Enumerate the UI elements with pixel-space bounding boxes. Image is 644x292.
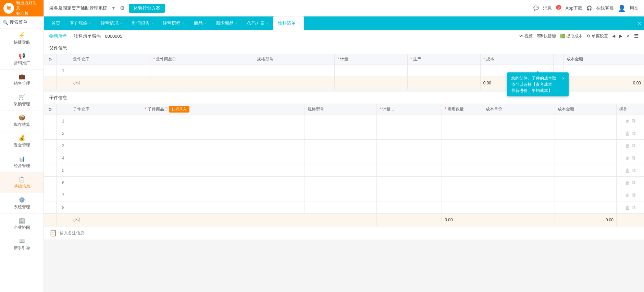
tooltip-close-btn[interactable]: ×: [562, 75, 565, 82]
tab-profit-report[interactable]: 利润报告 ×: [127, 16, 158, 30]
tab-barcode[interactable]: 条码方案 ×: [242, 16, 273, 30]
user-label[interactable]: 用友: [630, 5, 639, 11]
sidebar-item-guide[interactable]: 📖 新手引导: [0, 234, 44, 255]
sidebar-search[interactable]: 🔍 搜索菜单: [0, 16, 44, 28]
footer-text[interactable]: 输入备注信息: [60, 230, 84, 236]
message-label[interactable]: 消息: [543, 5, 552, 11]
child-row7-qty[interactable]: [376, 189, 442, 201]
child-row6-needed[interactable]: [442, 177, 483, 189]
tab-new-products[interactable]: 新增商品 ×: [211, 16, 242, 30]
child-row4-qty[interactable]: [376, 152, 442, 164]
tab-operation-status[interactable]: 经营情况 ×: [96, 16, 127, 30]
tab-customer-close[interactable]: ×: [89, 21, 91, 25]
child-row3-copy-icon[interactable]: ⧉: [632, 143, 635, 149]
child-row2-warehouse[interactable]: [70, 127, 142, 140]
child-gear-icon[interactable]: ⚙: [48, 107, 52, 112]
tab-new-products-close[interactable]: ×: [235, 21, 237, 25]
child-row1-product[interactable]: [142, 115, 305, 127]
child-row6-qty[interactable]: [376, 177, 442, 189]
child-row2-delete-icon[interactable]: 🗑: [625, 131, 630, 136]
dropdown-arrow[interactable]: ▼: [111, 5, 116, 11]
child-row4-product[interactable]: [142, 152, 305, 164]
tab-products[interactable]: 商品 ×: [189, 16, 211, 30]
tab-barcode-close[interactable]: ×: [266, 21, 268, 25]
child-row6-warehouse[interactable]: [70, 177, 142, 189]
child-row6-delete-icon[interactable]: 🗑: [625, 180, 630, 186]
child-row5-spec[interactable]: [305, 164, 377, 177]
single-settings-action[interactable]: ⚙ 单据设置: [587, 33, 608, 39]
sidebar-item-quick-nav[interactable]: ⚡ 快捷导航: [0, 28, 44, 49]
child-row3-needed[interactable]: [442, 140, 483, 152]
grid-icon[interactable]: ☰: [634, 33, 639, 39]
nav-close-btn[interactable]: ✕: [637, 21, 641, 26]
tab-bom-list[interactable]: 物料清单 ×: [273, 16, 304, 30]
tab-products-close[interactable]: ×: [204, 21, 206, 25]
sidebar-item-enterprise[interactable]: 🏢 企业协同: [0, 214, 44, 234]
tab-operation-history[interactable]: 经营历程 ×: [158, 16, 189, 30]
nav-next-btn[interactable]: ▶: [619, 34, 622, 38]
child-row8-spec[interactable]: [305, 201, 377, 214]
child-row8-qty[interactable]: [376, 201, 442, 214]
child-row7-copy-icon[interactable]: ⧉: [632, 192, 635, 198]
child-row5-cost-price[interactable]: [483, 164, 555, 177]
sidebar-item-purchase[interactable]: 🛒 采购管理: [0, 90, 44, 111]
nav-close-icon[interactable]: ✕: [627, 34, 630, 38]
child-row7-warehouse[interactable]: [70, 189, 142, 201]
tab-operation-status-close[interactable]: ×: [120, 21, 122, 25]
child-row2-cost-price[interactable]: [483, 127, 555, 140]
child-row6-cost-price[interactable]: [483, 177, 555, 189]
child-row1-cost-price[interactable]: [483, 115, 555, 127]
child-row1-delete-icon[interactable]: 🗑: [625, 118, 630, 124]
sidebar-item-basic-info[interactable]: 📋 基础信息: [0, 173, 44, 193]
scan-input-btn[interactable]: 扫码录入: [169, 106, 189, 113]
online-service[interactable]: 在线客服: [596, 5, 614, 11]
breadcrumb-bom[interactable]: 物料清单: [49, 33, 67, 39]
child-row8-delete-icon[interactable]: 🗑: [625, 205, 630, 210]
sidebar-item-marketing[interactable]: 📢 营销推广: [0, 49, 44, 70]
child-row5-qty[interactable]: [376, 164, 442, 177]
sidebar-item-operation[interactable]: 📊 经营管理: [0, 152, 44, 173]
child-row6-spec[interactable]: [305, 177, 377, 189]
child-row3-spec[interactable]: [305, 140, 377, 152]
child-row5-needed[interactable]: [442, 164, 483, 177]
child-row8-product[interactable]: [142, 201, 305, 214]
child-row7-spec[interactable]: [305, 189, 377, 201]
child-row2-copy-icon[interactable]: ⧉: [632, 130, 635, 136]
tab-operation-history-close[interactable]: ×: [182, 21, 184, 25]
child-row8-warehouse[interactable]: [70, 201, 142, 214]
child-row8-copy-icon[interactable]: ⧉: [632, 205, 635, 210]
child-row8-cost-price[interactable]: [483, 201, 555, 214]
child-row4-copy-icon[interactable]: ⧉: [632, 155, 635, 161]
settings-icon[interactable]: ⚙: [120, 5, 125, 11]
child-row3-product[interactable]: [142, 140, 305, 152]
child-row4-needed[interactable]: [442, 152, 483, 164]
sidebar-item-finance[interactable]: 💰 资金管理: [0, 131, 44, 152]
child-row7-delete-icon[interactable]: 🗑: [625, 192, 630, 198]
child-row2-spec[interactable]: [305, 127, 377, 140]
child-row1-needed[interactable]: [442, 115, 483, 127]
child-row4-spec[interactable]: [305, 152, 377, 164]
tab-profit-report-close[interactable]: ×: [151, 21, 153, 25]
sidebar-item-inventory[interactable]: 📦 库存核算: [0, 111, 44, 131]
parent-row1-qty[interactable]: [334, 65, 407, 77]
sidebar-item-system[interactable]: ⚙️ 系统管理: [0, 193, 44, 214]
child-row2-needed[interactable]: [442, 127, 483, 140]
child-row1-spec[interactable]: [305, 115, 377, 127]
tab-bom-list-close[interactable]: ×: [297, 21, 299, 25]
extract-cost-action[interactable]: 💹 提取成本: [560, 33, 583, 39]
parent-row1-production[interactable]: [407, 65, 480, 77]
child-row2-product[interactable]: [142, 127, 305, 140]
child-row4-delete-icon[interactable]: 🗑: [625, 155, 630, 161]
parent-row1-warehouse[interactable]: [70, 65, 150, 77]
parent-row1-product[interactable]: [150, 65, 254, 77]
child-row1-copy-icon[interactable]: ⧉: [632, 118, 635, 124]
child-row6-copy-icon[interactable]: ⧉: [632, 180, 635, 186]
app-download[interactable]: App下载: [566, 5, 582, 11]
child-row1-warehouse[interactable]: [70, 115, 142, 127]
child-row4-cost-price[interactable]: [483, 152, 555, 164]
child-row5-copy-icon[interactable]: ⧉: [632, 167, 635, 173]
child-row5-product[interactable]: [142, 164, 305, 177]
child-row3-qty[interactable]: [376, 140, 442, 152]
child-row1-qty[interactable]: [376, 115, 442, 127]
nav-prev-btn[interactable]: ◀: [612, 34, 615, 38]
